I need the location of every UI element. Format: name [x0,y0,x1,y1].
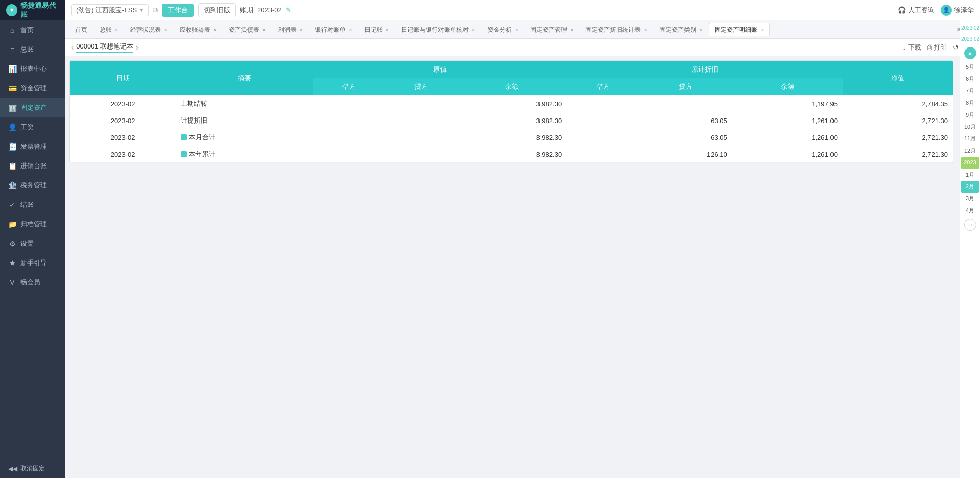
tab-bank-statement[interactable]: 银行对账单 × [309,23,357,36]
tab-balance-sheet[interactable]: 资产负债表 × [223,23,271,36]
cell-accum-debit [567,95,639,112]
tab-fa-category-label: 固定资产类别 [659,26,696,34]
tab-balance-sheet-close[interactable]: × [262,27,265,33]
tab-fund-analysis[interactable]: 资金分析 × [482,23,524,36]
tab-fa-detail-close[interactable]: × [761,27,764,33]
tab-fa-depreciation[interactable]: 固定资产折旧统计表 × [580,23,652,36]
download-icon: ↓ [903,43,906,51]
sidebar-item-archive[interactable]: 📁 归档管理 [0,214,65,234]
user-service-button[interactable]: 🎧 人工客询 [898,6,935,15]
switch-version-button[interactable]: 切到旧版 [198,3,236,17]
breadcrumb-current[interactable]: 000001 联想笔记本 [76,42,133,53]
col-accum-balance: 余额 [732,78,843,95]
summary-icon [181,151,187,157]
sidebar-item-fixed-asset[interactable]: 🏢 固定资产 [0,98,65,117]
month-3[interactable]: 3月 [960,193,980,204]
sidebar-item-fund[interactable]: 💳 资金管理 [0,79,65,98]
prev-nav-button[interactable]: ‹ [71,43,74,52]
sidebar-item-salary[interactable]: 👤 工资 [0,117,65,137]
tab-ar-aging-close[interactable]: × [213,27,216,33]
month-6[interactable]: 6月 [960,73,980,85]
tab-fa-detail[interactable]: 固定资产明细账 × [709,23,769,36]
company-selector[interactable]: (劲告) 江西服宝-LSS ▼ [71,4,149,16]
month-8[interactable]: 8月 [960,97,980,109]
refresh-icon: ↺ [953,43,959,51]
scroll-down-button[interactable]: ○ [964,219,976,231]
sidebar-item-vip[interactable]: V 畅会员 [0,273,65,292]
month-12[interactable]: 12月 [960,145,980,157]
cell-accum-balance: 1,261.00 [732,129,843,146]
col-net-value: 净值 [843,61,953,95]
tab-business-status-close[interactable]: × [164,27,167,33]
tab-fa-depreciation-close[interactable]: × [644,27,647,33]
fa-detail-table: 日期 摘要 原值 累计折旧 净值 借方 贷方 余额 借方 贷方 余额 2023- [70,61,953,163]
workbench-button[interactable]: 工作台 [162,4,194,17]
user-profile[interactable]: 👤 徐泽华 [941,5,974,16]
tab-fa-management-close[interactable]: × [570,27,573,33]
sidebar-item-tax[interactable]: 🏦 税务管理 [0,176,65,195]
cell-orig-balance: 3,982.30 [457,129,567,146]
tab-income-close[interactable]: × [300,27,303,33]
download-button[interactable]: ↓ 下载 [903,43,922,52]
col-accum-credit: 贷方 [639,78,732,95]
sidebar-item-ledger[interactable]: ≡ 总账 [0,40,65,59]
tab-fa-category-close[interactable]: × [699,27,702,33]
tab-ledger[interactable]: 总账 × [94,23,124,36]
sidebar-item-settings[interactable]: ⚙ 设置 [0,234,65,253]
sidebar-item-invoice[interactable]: 🧾 发票管理 [0,137,65,156]
sales-icon: 📋 [8,162,16,170]
period-edit-icon[interactable]: ✎ [286,6,291,14]
tab-home-label: 首页 [75,26,87,34]
tab-home[interactable]: 首页 [69,23,93,36]
month-10[interactable]: 10月 [960,121,980,133]
sidebar-item-sales[interactable]: 📋 进销台账 [0,156,65,176]
sidebar-item-report[interactable]: 📊 报表中心 [0,59,65,79]
tab-fund-analysis-close[interactable]: × [515,27,518,33]
avatar-icon: 👤 [941,5,952,16]
scroll-up-button[interactable]: ▲ [964,47,976,59]
month-1[interactable]: 1月 [960,169,980,181]
tab-ar-aging-label: 应收账龄表 [180,26,210,34]
cell-accum-balance: 1,261.00 [732,146,843,163]
company-name: (劲告) 江西服宝-LSS [76,6,137,15]
sidebar-item-settlement[interactable]: ✓ 结账 [0,195,65,214]
sidebar-item-label: 进销台账 [20,161,47,171]
print-button[interactable]: ⎙ 打印 [927,43,947,52]
year-mark: 2023 [961,157,979,169]
month-4[interactable]: 4月 [960,205,980,217]
tab-ar-aging[interactable]: 应收账龄表 × [174,23,222,36]
month-7[interactable]: 7月 [960,85,980,97]
tab-business-status[interactable]: 经营状况表 × [125,23,173,36]
settings-icon: ⚙ [8,240,16,248]
month-2-active[interactable]: 2月 [961,181,979,193]
tab-income[interactable]: 利润表 × [273,23,308,36]
sidebar-item-home[interactable]: ⌂ 首页 [0,20,65,40]
cell-net-value: 2,721.30 [843,112,953,129]
cell-abstract: 本年累计 [176,146,313,163]
unpin-button[interactable]: ◀◀ 取消固定 [0,459,65,478]
company-chevron-icon: ▼ [139,7,144,13]
month-5[interactable]: 5月 [960,61,980,73]
table-row: 2023-02 上期结转 3,982.30 1,197.95 2,784.35 [70,95,953,112]
tab-bank-statement-close[interactable]: × [349,27,352,33]
month-9[interactable]: 9月 [960,109,980,121]
cell-accum-credit [639,95,732,112]
tab-reconcile[interactable]: 日记账与银行对账单核对 × [396,23,480,36]
month-11[interactable]: 11月 [960,133,980,145]
next-nav-button[interactable]: › [135,43,138,52]
tab-journal[interactable]: 日记账 × [359,23,395,36]
topbar: (劲告) 江西服宝-LSS ▼ ⧉ 工作台 切到旧版 账期 2023-02 ✎ … [65,0,980,20]
tab-ledger-close[interactable]: × [115,27,118,33]
cell-accum-credit: 63.05 [639,129,732,146]
sidebar-item-newbie[interactable]: ★ 新手引导 [0,253,65,273]
sidebar-item-label: 税务管理 [20,181,47,190]
cell-net-value: 2,721.30 [843,129,953,146]
period-label: 账期 2023-02 ✎ [240,6,291,15]
tab-fa-management[interactable]: 固定资产管理 × [525,23,579,36]
copy-icon[interactable]: ⧉ [153,6,158,14]
tab-journal-close[interactable]: × [386,27,389,33]
tab-reconcile-close[interactable]: × [472,27,475,33]
col-orig-balance: 余额 [457,78,567,95]
tab-fa-category[interactable]: 固定资产类别 × [654,23,708,36]
cell-orig-credit [385,95,457,112]
